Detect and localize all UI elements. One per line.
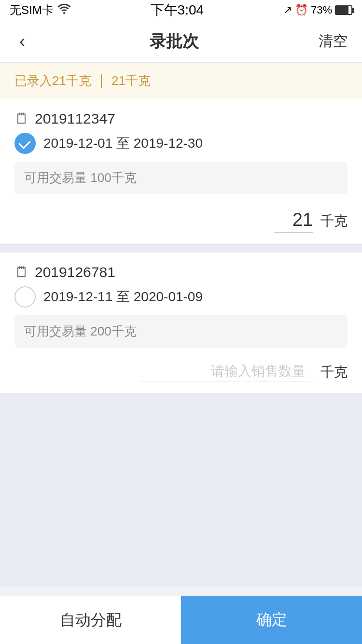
back-button[interactable]: ‹ <box>14 27 30 56</box>
summary-banner: 已录入21千克 21千克 <box>0 63 362 99</box>
item-icon-2: 🗒 <box>14 264 29 280</box>
carrier-text: 无SIM卡 <box>10 2 54 18</box>
status-right: ↗ ⏰ 73% <box>283 4 352 16</box>
quantity-unit-1: 千克 <box>320 212 348 230</box>
item-card-2: 🗒 2019126781 2019-12-11 至 2020-01-09 可用交… <box>0 252 362 393</box>
status-time: 下午3:04 <box>151 1 204 19</box>
alarm-icon: ⏰ <box>295 4 308 16</box>
status-left: 无SIM卡 <box>10 2 71 18</box>
radio-btn-1[interactable] <box>14 133 36 154</box>
item-id-1: 2019112347 <box>35 111 115 127</box>
item-date-1: 2019-12-01 至 2019-12-30 <box>43 134 203 153</box>
location-icon: ↗ <box>283 4 292 16</box>
input-row-2: 千克 <box>0 355 362 393</box>
main-content: 已录入21千克 21千克 🗒 2019112347 2019-12-01 至 2… <box>0 63 362 634</box>
section-separator <box>0 245 362 252</box>
battery-icon <box>335 5 352 15</box>
quantity-value-1: 21 <box>274 210 313 233</box>
battery-text: 73% <box>311 4 332 16</box>
quantity-row-1: 21 千克 <box>0 202 362 245</box>
item-header-1: 🗒 2019112347 <box>0 99 362 133</box>
item-date-row-1: 2019-12-01 至 2019-12-30 <box>0 133 362 162</box>
item-header-2: 🗒 2019126781 <box>0 252 362 286</box>
confirm-button[interactable]: 确定 <box>181 596 362 644</box>
item-date-row-2: 2019-12-11 至 2020-01-09 <box>0 286 362 315</box>
nav-bar: ‹ 录批次 清空 <box>0 20 362 63</box>
item-id-2: 2019126781 <box>35 264 115 280</box>
item-quota-2: 可用交易量 200千克 <box>14 315 348 348</box>
page-title: 录批次 <box>150 30 199 53</box>
item-card-1: 🗒 2019112347 2019-12-01 至 2019-12-30 可用交… <box>0 99 362 245</box>
quantity-input-2[interactable] <box>140 364 313 381</box>
wifi-icon <box>57 3 71 17</box>
item-date-2: 2019-12-11 至 2020-01-09 <box>43 288 203 306</box>
status-bar: 无SIM卡 下午3:04 ↗ ⏰ 73% <box>0 0 362 20</box>
radio-btn-2[interactable] <box>14 286 36 308</box>
summary-divider <box>101 74 102 88</box>
auto-distribute-button[interactable]: 自动分配 <box>0 596 181 644</box>
item-icon-1: 🗒 <box>14 111 29 127</box>
clear-button[interactable]: 清空 <box>319 31 348 51</box>
input-unit-2: 千克 <box>320 363 348 381</box>
gray-area <box>0 393 362 586</box>
summary-recorded-label: 已录入21千克 <box>14 72 91 89</box>
item-quota-1: 可用交易量 100千克 <box>14 162 348 194</box>
summary-value: 21千克 <box>111 72 151 89</box>
bottom-bar: 自动分配 确定 <box>0 596 362 644</box>
